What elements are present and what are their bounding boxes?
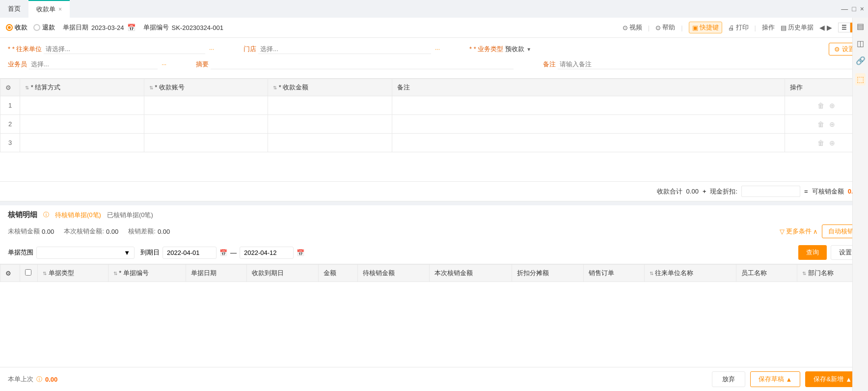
print-icon: 🖨 <box>728 24 734 31</box>
row-delete-icon-3[interactable]: 🗑 <box>817 139 824 147</box>
sidebar-icon-2[interactable]: ◫ <box>857 39 864 48</box>
btn-history-label: 历史单据 <box>788 23 814 32</box>
bt-col-checkbox-header[interactable] <box>20 265 38 282</box>
row-note-3[interactable] <box>392 134 785 152</box>
note-field: 备注 <box>543 59 860 69</box>
store-input[interactable] <box>258 44 431 54</box>
unchecked-label: 未核销金额 <box>8 227 40 236</box>
footer-left: 本单上次 ⓘ 0.00 <box>8 375 57 384</box>
date-label: 单据日期 <box>63 23 88 32</box>
due-date-end-input[interactable] <box>240 247 294 259</box>
date-calendar-icon[interactable]: 📅 <box>127 24 136 31</box>
date-value[interactable]: 2023-03-24 <box>91 24 124 31</box>
verify-info-icon[interactable]: ⓘ <box>43 211 49 219</box>
verify-title: 核销明细 <box>8 210 37 220</box>
no-value[interactable]: SK-20230324-001 <box>172 24 224 31</box>
row-account-1[interactable] <box>144 96 268 115</box>
row-amount-3[interactable] <box>268 134 392 152</box>
nav-next-icon[interactable]: ▶ <box>827 24 832 31</box>
sales-more-icon[interactable]: ··· <box>162 61 166 68</box>
sidebar-icon-4[interactable]: ⬚ <box>855 73 866 85</box>
note-input[interactable] <box>558 59 860 69</box>
row-delete-icon-2[interactable]: 🗑 <box>817 120 824 128</box>
summary-field: 摘要 <box>196 59 513 69</box>
btn-help[interactable]: ⊙ 帮助 <box>655 23 675 32</box>
summary-input[interactable] <box>211 59 513 69</box>
store-label: 门店 <box>244 45 256 54</box>
row-amount-1[interactable] <box>268 96 392 115</box>
save-draft-button[interactable]: 保存草稿 ▲ <box>750 371 801 387</box>
query-button[interactable]: 查询 <box>798 245 827 260</box>
row-copy-icon-3[interactable]: ⊕ <box>829 139 835 147</box>
footer-info-icon[interactable]: ⓘ <box>36 375 42 384</box>
btn-operate[interactable]: 操作 <box>762 23 775 32</box>
help-icon: ⊙ <box>655 24 661 31</box>
date-calendar-start-icon[interactable]: 📅 <box>219 249 227 256</box>
bt-col-settings-header[interactable]: ⚙ <box>0 265 20 282</box>
nav-prev-icon[interactable]: ◀ <box>819 24 825 31</box>
abandon-button[interactable]: 放弃 <box>712 371 745 387</box>
radio-receipt[interactable]: 收款 <box>6 23 27 32</box>
row-account-2[interactable] <box>144 115 268 134</box>
tab-pending[interactable]: 待核销单据(0笔) <box>55 211 101 220</box>
range-select-arrow-icon: ▼ <box>124 249 130 256</box>
radio-receipt-label: 收款 <box>15 23 27 32</box>
window-close-icon[interactable]: × <box>860 5 864 13</box>
unchecked-value: 0.00 <box>42 228 54 235</box>
bt-col-due-header: 收款到期日 <box>246 265 318 282</box>
row-delete-icon-1[interactable]: 🗑 <box>817 102 824 110</box>
table-gear-icon[interactable]: ⚙ <box>5 84 11 91</box>
discount-input[interactable] <box>741 186 800 197</box>
btn-history[interactable]: ▤ 历史单据 <box>781 23 814 32</box>
radio-refund-label: 退款 <box>42 23 55 32</box>
store-more-icon[interactable]: ··· <box>435 46 440 53</box>
row-account-3[interactable] <box>144 134 268 152</box>
stats-right: ▽ 更多条件 ∧ 自动核销 <box>780 224 860 238</box>
btn-video[interactable]: ⊙ 视频 <box>623 23 642 32</box>
date-calendar-end-icon[interactable]: 📅 <box>297 249 304 256</box>
receipt-type-radio-group: 收款 退款 <box>6 23 55 32</box>
save-draft-arrow-icon[interactable]: ▲ <box>786 376 792 383</box>
btn-print[interactable]: 🖨 打印 <box>728 23 749 32</box>
range-select[interactable]: ▼ <box>36 247 135 259</box>
row-amount-2[interactable] <box>268 115 392 134</box>
view-list-btn[interactable]: ☰ <box>838 23 850 32</box>
radio-refund[interactable]: 退款 <box>33 23 55 32</box>
window-max-icon[interactable]: □ <box>852 5 856 13</box>
bt-gear-icon[interactable]: ⚙ <box>5 270 11 277</box>
bt-select-all-checkbox[interactable] <box>25 269 31 276</box>
row-copy-icon-1[interactable]: ⊕ <box>829 102 835 110</box>
save-new-label: 保存&新增 <box>814 375 843 384</box>
summary-row: 收款合计 0.00 + 现金折扣: = 可核销金额 0.00 <box>0 182 868 201</box>
more-conditions-button[interactable]: ▽ 更多条件 ∧ <box>780 227 818 236</box>
row-payment-1[interactable] <box>20 96 144 115</box>
row-note-1[interactable] <box>392 96 785 115</box>
row-payment-2[interactable] <box>20 115 144 134</box>
btn-shortcut-label: 快捷键 <box>700 23 719 32</box>
filter-icon: ▽ <box>780 228 785 235</box>
tab-receipt[interactable]: 收款单 × <box>28 0 70 18</box>
counterpart-more-icon[interactable]: ··· <box>209 46 214 53</box>
due-date-start-input[interactable] <box>163 247 217 259</box>
counterpart-input[interactable] <box>44 44 205 54</box>
save-new-arrow-icon[interactable]: ▲ <box>845 376 852 383</box>
store-field: 门店 ··· <box>244 44 440 54</box>
tab-done[interactable]: 已核销单据(0笔) <box>107 211 153 220</box>
note-label: 备注 <box>543 60 556 69</box>
col-settings-header[interactable]: ⚙ <box>0 79 20 96</box>
bottom-table-wrap: ⚙ ⇅ 单据类型 ⇅ * 单据编号 单据日期 收款到期日 金额 <box>0 264 868 367</box>
tab-home[interactable]: 首页 <box>0 0 28 18</box>
sidebar-icon-1[interactable]: ▤ <box>857 22 864 31</box>
tab-close-icon[interactable]: × <box>58 0 62 18</box>
sidebar-icon-3[interactable]: 🔗 <box>856 56 866 65</box>
row-payment-3[interactable] <box>20 134 144 152</box>
biz-type-select[interactable]: 预收款 ▼ <box>505 45 531 54</box>
no-label: 单据编号 <box>143 23 169 32</box>
btn-shortcut[interactable]: ▣ 快捷键 <box>689 22 722 33</box>
window-min-icon[interactable]: — <box>841 5 848 13</box>
bottom-table: ⚙ ⇅ 单据类型 ⇅ * 单据编号 单据日期 收款到期日 金额 <box>0 264 868 282</box>
sales-input[interactable] <box>29 59 158 69</box>
filter-row: 单据范围 ▼ 到期日 📅 — 📅 查询 设置 <box>0 242 868 264</box>
row-note-2[interactable] <box>392 115 785 134</box>
row-copy-icon-2[interactable]: ⊕ <box>829 120 835 128</box>
